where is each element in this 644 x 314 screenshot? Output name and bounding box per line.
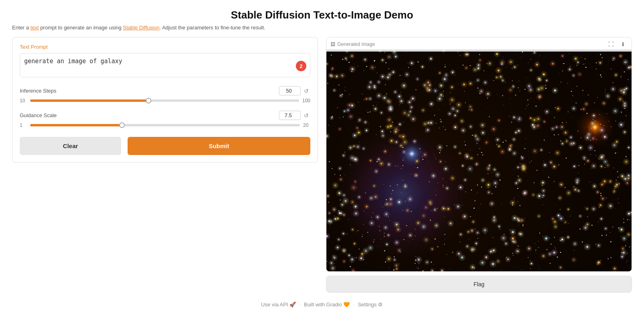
inference-steps-min: 10	[20, 98, 27, 103]
settings-text: Settings	[358, 302, 377, 308]
subtitle: Enter a text prompt to generate an image…	[0, 25, 644, 37]
inference-steps-section: Inference Steps ↺ 10 100	[20, 86, 310, 103]
footer-dot-1: ·	[299, 302, 301, 308]
image-icon: 🖼	[330, 41, 335, 47]
prompt-textarea[interactable]: generate an image of galaxy	[20, 53, 310, 77]
galaxy-image	[326, 50, 632, 271]
guidance-scale-fill	[30, 124, 122, 126]
api-text: Use via API	[261, 302, 288, 308]
image-card: 🖼 Generated Image ⛶ ⬇	[326, 37, 632, 272]
guidance-scale-label: Guidance Scale	[20, 112, 57, 118]
fullscreen-icon[interactable]: ⛶	[607, 40, 615, 49]
built-text: Built with Gradio	[304, 302, 342, 308]
image-label-text: Generated Image	[337, 41, 375, 47]
inference-steps-row: 10 100	[20, 98, 310, 103]
right-panel: 🖼 Generated Image ⛶ ⬇ Flag	[326, 37, 632, 293]
canvas-wrapper	[326, 50, 632, 271]
rocket-icon: 🚀	[289, 302, 296, 308]
inference-steps-value-wrap: ↺	[279, 86, 310, 95]
guidance-scale-reset-icon[interactable]: ↺	[302, 112, 310, 120]
prompt-label: Text Prompt	[20, 44, 310, 50]
inference-steps-fill	[30, 99, 149, 102]
guidance-scale-section: Guidance Scale ↺ 1 20	[20, 111, 310, 128]
gradio-link[interactable]: Built with Gradio 🧡	[304, 302, 350, 308]
prompt-wrapper: generate an image of galaxy 2	[20, 53, 310, 79]
gear-icon: ⚙	[378, 302, 383, 308]
submit-button[interactable]: Submit	[128, 137, 310, 155]
inference-steps-input[interactable]	[279, 86, 301, 95]
image-card-label: 🖼 Generated Image	[330, 41, 375, 47]
controls-card: Text Prompt generate an image of galaxy …	[12, 37, 318, 163]
guidance-scale-thumb[interactable]	[119, 122, 125, 128]
guidance-scale-track[interactable]	[30, 124, 300, 126]
inference-steps-max: 100	[302, 98, 310, 103]
guidance-scale-min: 1	[20, 122, 27, 128]
clear-button[interactable]: Clear	[20, 137, 121, 155]
buttons-row: Clear Submit	[20, 137, 310, 155]
guidance-scale-row: 1 20	[20, 122, 310, 128]
guidance-scale-max: 20	[303, 122, 310, 128]
download-icon[interactable]: ⬇	[619, 40, 627, 49]
inference-steps-track[interactable]	[30, 99, 299, 102]
guidance-scale-value-wrap: ↺	[279, 111, 310, 120]
footer-dot-2: ·	[353, 302, 355, 308]
settings-link[interactable]: Settings ⚙	[358, 302, 383, 308]
prompt-badge: 2	[296, 61, 306, 71]
guidance-scale-input[interactable]	[279, 111, 301, 120]
inference-steps-reset-icon[interactable]: ↺	[302, 87, 310, 95]
api-link[interactable]: Use via API 🚀	[261, 302, 296, 308]
page-title: Stable Diffusion Text-to-Image Demo	[0, 0, 644, 25]
gradio-icon: 🧡	[343, 302, 350, 308]
image-card-actions: ⛶ ⬇	[607, 40, 627, 49]
flag-button[interactable]: Flag	[326, 276, 632, 292]
footer: Use via API 🚀 · Built with Gradio 🧡 · Se…	[0, 297, 644, 314]
left-panel: Text Prompt generate an image of galaxy …	[12, 37, 318, 293]
inference-steps-thumb[interactable]	[146, 98, 151, 103]
inference-steps-label: Inference Steps	[20, 88, 56, 94]
image-card-header: 🖼 Generated Image ⛶ ⬇	[326, 37, 632, 52]
flag-button-wrap: Flag	[326, 276, 632, 293]
